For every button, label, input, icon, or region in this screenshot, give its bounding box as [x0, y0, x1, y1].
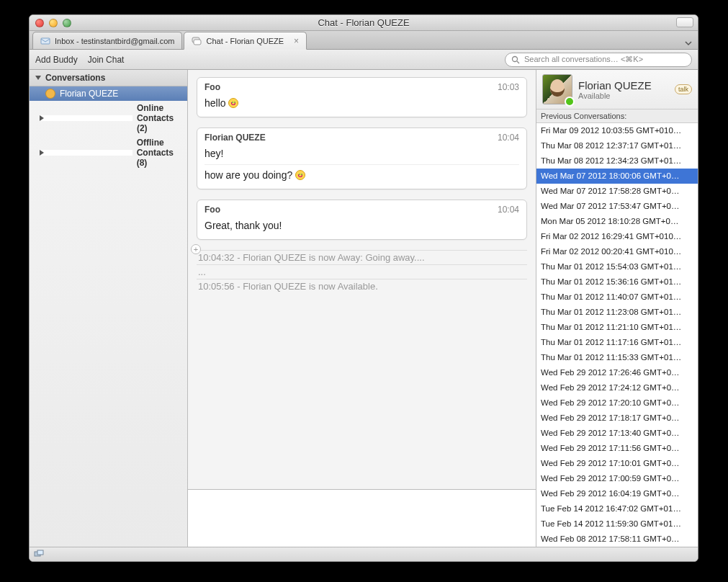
message-sender: Foo — [205, 205, 220, 215]
tab-label: Inbox - testinstantbird@gmail.com — [55, 37, 174, 45]
message-list: Foo10:03hello Florian QUEZE10:04hey!how … — [188, 70, 536, 489]
tab-chat[interactable]: Chat - Florian QUEZE × — [184, 32, 307, 50]
message-body: hello — [197, 94, 526, 117]
contact-card: Florian QUEZE Available talk — [536, 70, 698, 109]
message-line: Great, thank you! — [205, 218, 519, 233]
sidebar-item-florian[interactable]: Florian QUEZE — [30, 86, 187, 101]
previous-conversation-item[interactable]: Thu Mar 08 2012 12:37:17 GMT+01… — [536, 138, 698, 153]
previous-conversation-item[interactable]: Fri Mar 02 2012 00:20:41 GMT+010… — [536, 244, 698, 259]
previous-conversation-item[interactable]: Wed Feb 29 2012 17:20:10 GMT+0… — [536, 395, 698, 411]
svg-rect-6 — [37, 550, 43, 555]
app-window: Chat - Florian QUEZE Inbox - testinstant… — [29, 14, 698, 562]
previous-conversation-item[interactable]: Tue Feb 14 2012 16:47:02 GMT+01… — [536, 501, 698, 516]
titlebar: Chat - Florian QUEZE — [30, 15, 698, 31]
message-sender: Florian QUEZE — [205, 133, 266, 143]
system-message: 10:05:56 - Florian QUEZE is now Availabl… — [197, 279, 527, 293]
svg-rect-0 — [41, 38, 50, 44]
previous-conversation-item[interactable]: Wed Feb 29 2012 17:00:59 GMT+0… — [536, 471, 698, 486]
window-title: Chat - Florian QUEZE — [30, 17, 698, 28]
sidebar: Conversations Florian QUEZE Online Conta… — [30, 70, 188, 547]
presence-indicator — [565, 97, 575, 107]
previous-conversation-item[interactable]: Thu Mar 01 2012 15:36:16 GMT+01… — [536, 274, 698, 290]
message-input-area — [188, 489, 536, 547]
previous-conversation-item[interactable]: Wed Mar 07 2012 17:53:47 GMT+0… — [536, 199, 698, 214]
svg-line-4 — [517, 61, 519, 63]
avatar-wrap — [542, 74, 572, 104]
contact-name: Florian QUEZE — [578, 79, 669, 91]
previous-conversation-item[interactable]: Wed Feb 29 2012 17:11:56 GMT+0… — [536, 441, 698, 456]
statusbar — [30, 547, 698, 561]
sidebar-group-label: Online Contacts (2) — [137, 103, 181, 133]
previous-conversation-item[interactable]: Wed Feb 29 2012 17:13:40 GMT+0… — [536, 426, 698, 441]
previous-conversation-item[interactable]: Fri Mar 09 2012 10:03:55 GMT+010… — [536, 123, 698, 138]
conversation-pane: Foo10:03hello Florian QUEZE10:04hey!how … — [188, 70, 536, 547]
chat-bubble-icon — [45, 89, 55, 99]
previous-conversation-item[interactable]: Thu Mar 01 2012 11:15:33 GMT+01… — [536, 350, 698, 365]
previous-conversations-list[interactable]: Fri Mar 09 2012 10:03:55 GMT+010…Thu Mar… — [536, 123, 698, 547]
previous-conversation-item[interactable]: Thu Mar 01 2012 11:40:07 GMT+01… — [536, 290, 698, 305]
minimize-window-button[interactable] — [49, 19, 58, 27]
status-icon — [34, 548, 44, 560]
previous-conversation-item[interactable]: Thu Mar 01 2012 15:54:03 GMT+01… — [536, 259, 698, 274]
message-line: hello — [205, 95, 519, 111]
previous-conversation-item[interactable]: Thu Mar 08 2012 12:34:23 GMT+01… — [536, 153, 698, 169]
tabstrip: Inbox - testinstantbird@gmail.com Chat -… — [30, 31, 698, 50]
chevron-down-icon — [35, 76, 41, 80]
sidebar-group-offline[interactable]: Offline Contacts (8) — [30, 135, 187, 170]
search-icon — [511, 55, 520, 64]
sidebar-item-label: Florian QUEZE — [60, 89, 118, 99]
message-line: hey! — [205, 146, 519, 161]
previous-conversation-item[interactable]: Tue Feb 14 2012 11:59:30 GMT+01… — [536, 516, 698, 532]
previous-conversation-item[interactable]: Thu Mar 01 2012 11:23:08 GMT+01… — [536, 305, 698, 320]
previous-conversation-item[interactable]: Wed Feb 29 2012 17:24:12 GMT+0… — [536, 380, 698, 395]
previous-conversation-item[interactable]: Thu Mar 01 2012 11:17:16 GMT+01… — [536, 335, 698, 350]
previous-conversation-item[interactable]: Mon Mar 05 2012 18:10:28 GMT+0… — [536, 214, 698, 229]
search-input[interactable]: Search all conversations… <⌘K> — [505, 53, 692, 67]
contact-info: Florian QUEZE Available — [578, 79, 669, 100]
toolbar-toggle-button[interactable] — [676, 17, 693, 27]
message-bubble: Foo10:04Great, thank you! — [197, 200, 527, 240]
tab-inbox[interactable]: Inbox - testinstantbird@gmail.com — [32, 32, 182, 49]
toolbar: Add Buddy Join Chat Search all conversat… — [30, 50, 698, 70]
chevron-right-icon — [40, 115, 132, 121]
previous-conversation-item[interactable]: Wed Feb 29 2012 16:04:19 GMT+0… — [536, 486, 698, 501]
smiley-icon — [295, 170, 305, 180]
traffic-lights — [35, 19, 71, 27]
previous-conversation-item[interactable]: Wed Feb 29 2012 17:18:17 GMT+0… — [536, 411, 698, 426]
previous-conversation-item[interactable]: Wed Feb 08 2012 17:58:11 GMT+0… — [536, 532, 698, 547]
contact-status: Available — [578, 91, 669, 100]
sidebar-header[interactable]: Conversations — [30, 70, 187, 86]
tab-overflow-button[interactable] — [682, 37, 695, 49]
tab-label: Chat - Florian QUEZE — [206, 37, 284, 45]
close-icon[interactable]: × — [294, 36, 299, 46]
message-time: 10:03 — [498, 82, 519, 92]
close-window-button[interactable] — [35, 19, 44, 27]
svg-point-3 — [513, 56, 518, 61]
sidebar-group-label: Offline Contacts (8) — [137, 138, 181, 168]
message-input[interactable] — [188, 490, 536, 547]
previous-conversation-item[interactable]: Thu Mar 01 2012 11:21:10 GMT+01… — [536, 320, 698, 335]
message-body: hey!how are you doing? — [197, 144, 526, 189]
previous-conversations-header: Previous Conversations: — [536, 109, 698, 123]
message-bubble: Foo10:03hello — [197, 77, 527, 117]
zoom-window-button[interactable] — [63, 19, 71, 27]
smiley-icon — [228, 98, 238, 108]
message-body: Great, thank you! — [197, 216, 526, 239]
add-message-button[interactable]: + — [191, 244, 201, 254]
previous-conversation-item[interactable]: Wed Mar 07 2012 18:00:06 GMT+0… — [536, 169, 698, 184]
mail-icon — [40, 36, 50, 46]
previous-conversation-item[interactable]: Wed Feb 29 2012 17:10:01 GMT+0… — [536, 456, 698, 471]
system-message: 10:04:32 - Florian QUEZE is now Away: Go… — [197, 250, 527, 264]
search-placeholder: Search all conversations… <⌘K> — [524, 55, 643, 64]
previous-conversation-item[interactable]: Wed Mar 07 2012 17:58:28 GMT+0… — [536, 184, 698, 199]
join-chat-button[interactable]: Join Chat — [88, 55, 125, 65]
message-time: 10:04 — [498, 133, 519, 143]
previous-conversation-item[interactable]: Fri Mar 02 2012 16:29:41 GMT+010… — [536, 229, 698, 244]
protocol-badge: talk — [675, 84, 692, 94]
right-panel: Florian QUEZE Available talk Previous Co… — [536, 70, 698, 547]
message-sender: Foo — [205, 82, 220, 92]
add-buddy-button[interactable]: Add Buddy — [35, 55, 78, 65]
sidebar-group-online[interactable]: Online Contacts (2) — [30, 101, 187, 135]
system-message: ... — [197, 264, 527, 279]
previous-conversation-item[interactable]: Wed Feb 29 2012 17:26:46 GMT+0… — [536, 365, 698, 380]
